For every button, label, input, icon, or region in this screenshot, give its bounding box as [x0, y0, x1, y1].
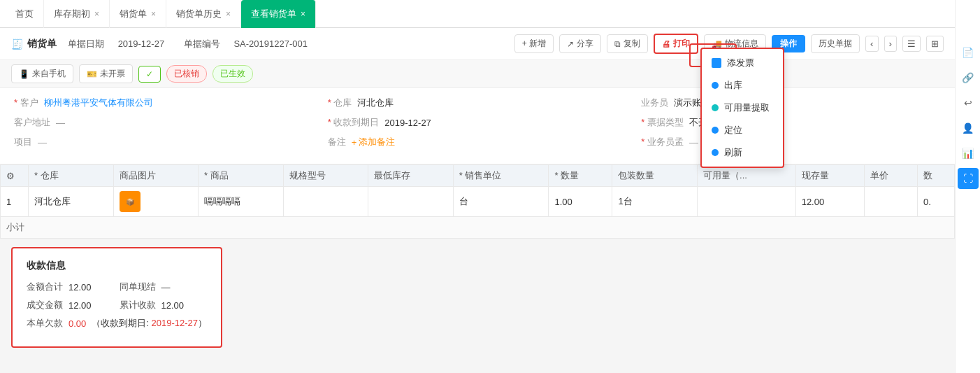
add-note-button[interactable]: + 添加备注	[352, 136, 396, 148]
product-image: 📦	[120, 191, 140, 212]
sidebar-user-icon[interactable]: 👤	[958, 118, 979, 139]
col-price: 单价	[865, 165, 918, 187]
due-note: （收款到期日: 2019-12-27）	[92, 317, 207, 330]
row-image: 📦	[113, 187, 199, 217]
ticket-type-field: 票据类型 不开票	[641, 116, 941, 129]
tab-close-view-sales[interactable]: ×	[301, 9, 305, 19]
tab-bar: 首页 库存期初 × 销货单 × 销货单历史 × 查看销货单 × ×	[0, 0, 980, 28]
col-unit: * 销售单位	[453, 165, 549, 187]
print-button[interactable]: 🖨 打印	[654, 34, 698, 54]
customer-label: 客户	[14, 97, 38, 109]
total-value: 12.00	[69, 282, 92, 293]
total-item: 金额合计 12.00	[27, 281, 92, 293]
table-row: 1 河北仓库 📦 嗝嗝嗝嗝 台 1.00 1台	[1, 187, 955, 217]
toolbar-row: 📱 来自手机 🎫 未开票 ✓ 已核销 已生效	[0, 60, 955, 88]
doc-title: 🧾 销货单	[11, 38, 57, 50]
customer-value[interactable]: 柳州粤港平安气体有限公司	[44, 97, 153, 109]
prev-button[interactable]: ‹	[865, 36, 878, 52]
dropdown-available[interactable]: 可用量提取	[702, 97, 783, 119]
tab-close-sales-history[interactable]: ×	[226, 9, 231, 19]
ticket-type-label: 票据类型	[641, 116, 684, 129]
payment-row-2: 成交金额 12.00 累计收款 12.00	[27, 299, 207, 311]
col-pack: 包装数量	[612, 165, 698, 187]
payment-date-value: 2019-12-27	[384, 118, 431, 128]
payment-wrapper: 收款信息 金额合计 12.00 同单现结 — 成交金额 12.00	[0, 239, 955, 356]
form-row-3: 项目 — 备注 + 添加备注 业务员孟 —	[14, 136, 941, 148]
row-spec	[283, 187, 368, 217]
doc-meta: 单据日期 2019-12-27 单据编号 SA-20191227-001	[68, 38, 319, 50]
tab-sales[interactable]: 销货单 ×	[110, 0, 166, 28]
dropdown-outbound[interactable]: 出库	[702, 74, 783, 97]
sidebar-return-icon[interactable]: ↩	[958, 92, 979, 113]
staff2-label: 业务员孟	[641, 136, 684, 148]
sidebar-doc-icon[interactable]: 📄	[958, 42, 979, 63]
copy-button[interactable]: ⧉ 复制	[607, 34, 648, 53]
col-quantity: * 数量	[549, 165, 612, 187]
same-order-item: 同单现结 —	[120, 281, 171, 293]
confirm-button[interactable]: ✓	[138, 66, 161, 83]
form-row-1: 客户 柳州粤港平安气体有限公司 仓库 河北仓库 业务员 演示账号	[14, 97, 941, 109]
cumulative-value: 12.00	[161, 300, 185, 311]
table-header-row: ⚙ * 仓库 商品图片 * 商品 规格型号 最低库存 * 销售单位 * 数量 包…	[1, 165, 955, 187]
from-phone-button[interactable]: 📱 来自手机	[11, 64, 73, 83]
payment-date-label: 收款到期日	[328, 116, 380, 129]
effect-badge: 已生效	[212, 65, 253, 83]
address-field: 客户地址 —	[14, 116, 314, 129]
available-icon	[712, 104, 719, 111]
subtotal-row: 小计	[1, 217, 955, 239]
tab-close-sales[interactable]: ×	[151, 9, 156, 19]
tab-view-sales[interactable]: 查看销货单 ×	[241, 0, 316, 28]
table-section: ⚙ * 仓库 商品图片 * 商品 规格型号 最低库存 * 销售单位 * 数量 包…	[0, 164, 955, 239]
new-button[interactable]: + 新增	[514, 34, 554, 53]
row-other: 0.	[918, 187, 955, 217]
date-value: 2019-12-27	[118, 38, 165, 49]
row-current: 12.00	[795, 187, 865, 217]
col-gear: ⚙	[1, 165, 29, 187]
not-open-button[interactable]: 🎫 未开票	[79, 64, 133, 83]
dropdown-locate[interactable]: 定位	[702, 119, 783, 141]
grid1-button[interactable]: ☰	[902, 36, 921, 52]
refresh-icon	[712, 149, 719, 156]
tab-sales-history[interactable]: 销货单历史 ×	[166, 0, 241, 28]
sidebar-expand-icon[interactable]: ⛶	[958, 168, 979, 189]
date-label: 单据日期	[68, 38, 104, 49]
project-value: —	[38, 137, 47, 148]
add-invoice-icon	[712, 58, 721, 68]
next-button[interactable]: ›	[884, 36, 897, 52]
staff2-field: 业务员孟 —	[641, 136, 941, 148]
sidebar-chart-icon[interactable]: 📊	[958, 143, 979, 164]
doc-header: 🧾 销货单 单据日期 2019-12-27 单据编号 SA-20191227-0…	[0, 28, 955, 60]
print-icon: 🖨	[662, 39, 670, 49]
staff2-value: —	[689, 137, 698, 148]
form-section: 客户 柳州粤港平安气体有限公司 仓库 河北仓库 业务员 演示账号 客户地址 —	[0, 88, 955, 164]
number-label: 单据编号	[184, 38, 220, 49]
note-field: 备注 + 添加备注	[328, 136, 628, 148]
warehouse-label: 仓库	[328, 97, 352, 109]
dropdown-add-invoice[interactable]: 添发票	[702, 52, 783, 74]
total-label: 金额合计	[27, 281, 63, 293]
row-product: 嗝嗝嗝嗝	[199, 187, 284, 217]
tab-home[interactable]: 首页	[6, 0, 44, 28]
transaction-item: 成交金额 12.00	[27, 299, 92, 311]
ticket-icon: 🎫	[87, 69, 97, 79]
sidebar-link-icon[interactable]: 🔗	[958, 67, 979, 88]
grid2-button[interactable]: ⊞	[926, 36, 944, 52]
history-button[interactable]: 历史单据	[811, 34, 860, 53]
row-price	[865, 187, 918, 217]
main-content: 🧾 销货单 单据日期 2019-12-27 单据编号 SA-20191227-0…	[0, 28, 955, 373]
col-image: 商品图片	[113, 165, 199, 187]
share-button[interactable]: ↗ 分享	[559, 34, 601, 53]
check-icon: ✓	[146, 69, 153, 79]
tab-close-inventory[interactable]: ×	[94, 9, 99, 19]
row-index: 1	[1, 187, 29, 217]
due-label: 本单欠款	[27, 317, 63, 330]
cumulative-label: 累计收款	[120, 299, 156, 311]
staff-field: 业务员 演示账号	[641, 97, 941, 109]
cumulative-item: 累计收款 12.00	[120, 299, 185, 311]
dropdown-refresh[interactable]: 刷新	[702, 141, 783, 164]
data-table: ⚙ * 仓库 商品图片 * 商品 规格型号 最低库存 * 销售单位 * 数量 包…	[0, 164, 955, 239]
row-unit: 台	[453, 187, 549, 217]
tab-inventory-init[interactable]: 库存期初 ×	[44, 0, 110, 28]
add-icon: +	[352, 137, 357, 148]
address-label: 客户地址	[14, 116, 50, 129]
